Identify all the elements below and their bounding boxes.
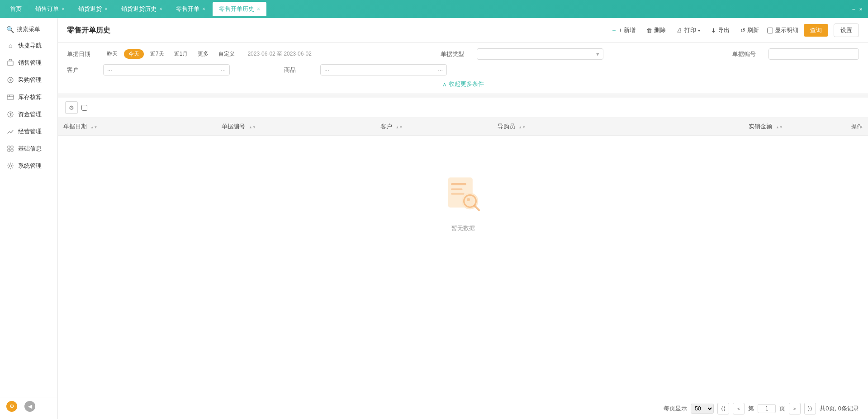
svg-line-15 [474,206,479,210]
header-actions: ＋ + 新增 🗑 删除 🖨 打印 ▾ ⬇ 导出 ↺ [608,24,859,37]
delete-button[interactable]: 🗑 删除 [644,24,669,36]
sidebar-item-label: 经营管理 [18,127,42,136]
sidebar-item-basic-info[interactable]: 基础信息 [0,140,57,157]
col-customer[interactable]: 客户 ▲▼ [375,118,492,136]
tab-sales-order[interactable]: 销售订单 × [29,2,71,16]
close-tab-retail-open[interactable]: × [202,6,205,12]
window-minimize[interactable]: − [852,6,856,13]
sort-no-icon: ▲▼ [249,126,256,129]
collapse-sidebar-icon[interactable]: ◀ [24,401,35,412]
print-icon: 🖨 [677,27,683,34]
pagination: 每页显示 50 10 20 100 ⟨⟨ ＜ 第 页 ＞ ⟩⟩ 共0页, 0条记… [58,398,868,419]
svg-rect-5 [11,146,13,148]
table-header-row: 单据日期 ▲▼ 单据编号 ▲▼ 客户 ▲▼ [58,118,868,136]
svg-point-8 [9,165,12,167]
tab-retail-open[interactable]: 零售开单 × [170,2,212,16]
col-guide[interactable]: 导购员 ▲▼ [492,118,630,136]
tab-sales-return[interactable]: 销货退货 × [72,2,114,16]
finance-icon [6,110,14,118]
filter-row-1: 单据日期 昨天 今天 近7天 近1月 更多 自定义 2023-06-02 至 2… [67,48,859,60]
settings-button[interactable]: 设置 [834,24,859,37]
col-date[interactable]: 单据日期 ▲▼ [58,118,216,136]
product-label: 商品 [284,66,311,74]
sort-date-icon: ▲▼ [90,126,98,129]
close-tab-sales-return-history[interactable]: × [159,6,162,12]
order-type-select[interactable]: ▾ [477,48,603,60]
page-title: 零售开单历史 [67,26,110,35]
product-input[interactable]: ··· [320,64,447,75]
sidebar-item-label: 基础信息 [18,145,42,153]
empty-text: 暂无数据 [451,224,475,232]
prev-page-button[interactable]: ＜ [733,403,745,414]
svg-rect-11 [451,188,462,190]
svg-rect-4 [8,146,10,148]
tab-retail-history[interactable]: 零售开单历史 × [213,2,266,16]
next-page-button[interactable]: ＞ [789,403,801,414]
svg-rect-2 [7,95,14,99]
sidebar-item-purchase-mgmt[interactable]: 采购管理 [0,71,57,89]
first-page-button[interactable]: ⟨⟨ [717,403,729,414]
table-settings-button[interactable]: ⚙ [65,101,78,114]
table-container: 单据日期 ▲▼ 单据编号 ▲▼ 客户 ▲▼ [58,118,868,398]
sidebar-item-system[interactable]: 系统管理 [0,157,57,174]
date-btn-more[interactable]: 更多 [194,49,212,59]
tab-home[interactable]: 首页 [4,2,28,16]
sidebar-item-quick-nav[interactable]: ⌂ 快捷导航 [0,37,57,54]
main-layout: 🔍 搜索采单 ⌂ 快捷导航 销售管理 采购管理 [0,18,868,419]
purchase-icon [6,76,14,84]
page-number-input[interactable] [758,404,776,413]
export-icon: ⬇ [711,27,716,34]
customer-input[interactable]: ··· [103,64,230,75]
sort-amount-icon: ▲▼ [776,126,783,129]
page-label: 第 [748,405,754,413]
date-btn-last-month[interactable]: 近1月 [171,49,192,59]
print-button[interactable]: 🖨 打印 ▾ [674,24,703,36]
content-area: 零售开单历史 ＋ + 新增 🗑 删除 🖨 打印 ▾ ⬇ 导出 [58,18,868,419]
add-button[interactable]: ＋ + 新增 [608,24,638,36]
order-type-label: 单据类型 [441,50,468,58]
settings-bottom-icon[interactable]: ⚙ [6,401,17,412]
col-amount[interactable]: 实销金额 ▲▼ [630,118,788,136]
date-btn-today[interactable]: 今天 [124,49,144,59]
order-no-input[interactable] [768,48,859,60]
product-dots: ··· [324,66,329,73]
show-detail-input[interactable] [767,28,773,33]
date-btn-custom[interactable]: 自定义 [215,49,238,59]
sidebar-item-sales-mgmt[interactable]: 销售管理 [0,54,57,71]
delete-icon: 🗑 [646,27,652,34]
date-range-text: 2023-06-02 至 2023-06-02 [247,50,311,58]
date-btn-yesterday[interactable]: 昨天 [103,49,121,59]
col-no[interactable]: 单据编号 ▲▼ [216,118,375,136]
close-tab-sales-order[interactable]: × [62,6,65,12]
export-button[interactable]: ⬇ 导出 [708,24,732,36]
collapse-up-icon: ∧ [442,81,447,88]
sidebar-item-inventory[interactable]: 库存核算 [0,89,57,106]
show-detail-checkbox[interactable]: 显示明细 [767,26,798,34]
per-page-select[interactable]: 50 10 20 100 [691,404,714,414]
filter-area: 单据日期 昨天 今天 近7天 近1月 更多 自定义 2023-06-02 至 2… [58,43,868,94]
tab-sales-return-history[interactable]: 销货退货历史 × [115,2,169,16]
svg-rect-12 [451,193,464,195]
refresh-button[interactable]: ↺ 刷新 [738,24,762,36]
empty-state: 暂无数据 [58,136,868,268]
collapse-filter-button[interactable]: ∧ 收起更多条件 [442,80,484,88]
sidebar-item-finance[interactable]: 资金管理 [0,106,57,123]
sidebar-item-label: 销售管理 [18,59,42,67]
sidebar-item-operations[interactable]: 经营管理 [0,123,57,140]
close-tab-sales-return[interactable]: × [104,6,108,12]
inventory-icon [6,93,14,101]
per-page-label: 每页显示 [664,405,687,413]
data-table: 单据日期 ▲▼ 单据编号 ▲▼ 客户 ▲▼ [58,118,868,136]
query-button[interactable]: 查询 [804,24,828,37]
close-tab-retail-history[interactable]: × [257,6,260,12]
table-area: ⚙ 单据日期 ▲▼ 单据编号 ▲▼ [58,98,868,398]
window-close[interactable]: × [859,6,863,13]
select-all-checkbox[interactable] [81,105,87,111]
date-btn-last7[interactable]: 近7天 [147,49,168,59]
system-icon [6,162,14,170]
operations-icon [6,127,14,136]
sidebar-search[interactable]: 🔍 搜索采单 [0,22,57,37]
last-page-button[interactable]: ⟩⟩ [804,403,816,414]
svg-rect-6 [8,149,10,151]
table-toolbar: ⚙ [58,98,868,118]
